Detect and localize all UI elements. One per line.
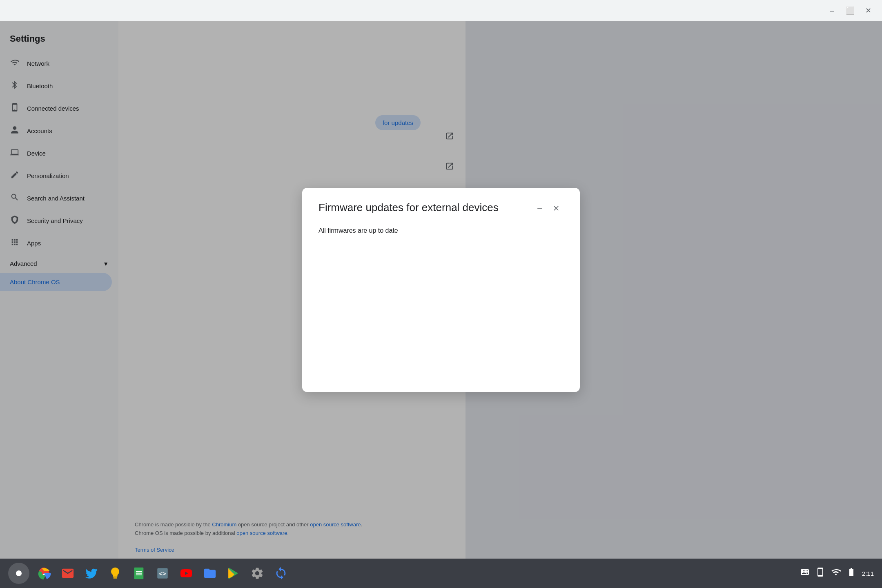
modal-overlay: Firmware updates for external devices Al…: [0, 21, 882, 559]
battery-icon[interactable]: [846, 567, 856, 579]
launcher-icon: [16, 570, 22, 576]
taskbar-app-chrome[interactable]: [33, 563, 55, 584]
taskbar-app-settings[interactable]: [247, 563, 268, 584]
dialog-body: All firmwares are up to date: [318, 227, 564, 234]
taskbar-app-files[interactable]: [199, 563, 220, 584]
taskbar-apps: <>: [33, 563, 292, 584]
taskbar-app-caret[interactable]: <>: [152, 563, 173, 584]
taskbar-app-recovery[interactable]: [270, 563, 292, 584]
taskbar-app-sheets[interactable]: [128, 563, 149, 584]
taskbar-app-keep[interactable]: [105, 563, 126, 584]
taskbar-time: 2:11: [862, 570, 874, 577]
taskbar-left: <>: [8, 563, 292, 584]
firmware-updates-dialog: Firmware updates for external devices Al…: [302, 188, 580, 392]
dialog-controls: [532, 201, 564, 216]
titlebar-maximize-button[interactable]: ⬜: [844, 5, 856, 16]
taskbar-right: 2:11: [800, 567, 874, 579]
titlebar-close-button[interactable]: ✕: [862, 5, 874, 16]
dialog-minimize-button[interactable]: [532, 201, 547, 216]
phone-hub-icon[interactable]: [815, 567, 825, 579]
keyboard-icon[interactable]: [800, 567, 810, 579]
svg-rect-4: [136, 575, 142, 575]
titlebar-minimize-button[interactable]: –: [826, 5, 838, 16]
wifi-status-icon[interactable]: [831, 567, 841, 579]
svg-text:<>: <>: [159, 570, 166, 577]
taskbar: <>: [0, 559, 882, 588]
dialog-title: Firmware updates for external devices: [318, 201, 499, 215]
svg-rect-3: [136, 573, 142, 574]
launcher-button[interactable]: [8, 563, 29, 584]
taskbar-app-play-store[interactable]: [223, 563, 244, 584]
taskbar-app-gmail[interactable]: [57, 563, 78, 584]
dialog-header: Firmware updates for external devices: [318, 201, 564, 216]
title-bar: – ⬜ ✕: [0, 0, 882, 21]
dialog-close-button[interactable]: [549, 201, 564, 216]
taskbar-app-youtube[interactable]: [176, 563, 197, 584]
taskbar-app-twitter[interactable]: [81, 563, 102, 584]
svg-rect-2: [136, 571, 142, 572]
